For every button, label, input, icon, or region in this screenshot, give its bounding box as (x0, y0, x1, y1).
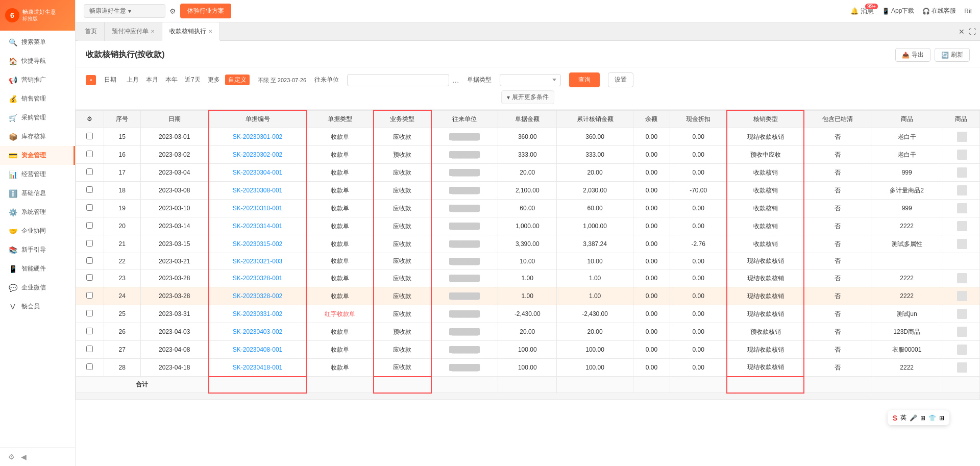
row-docno: SK-20230408-001 (209, 341, 307, 359)
row-biztype: 应收款 (374, 359, 431, 377)
sidebar-item-member[interactable]: V 畅会员 (0, 297, 75, 316)
tab-close-receipt-verify[interactable]: ✕ (208, 29, 212, 34)
gear-icon[interactable]: ⚙ (169, 7, 176, 15)
export-button[interactable]: 📤 导出 (895, 48, 930, 62)
table-row: 27 2023-04-08 SK-20230408-001 收款单 应收款 ██… (76, 341, 980, 359)
row-checkbox[interactable] (76, 323, 104, 341)
counterparty-input[interactable] (347, 74, 449, 86)
basic-icon: ℹ️ (8, 189, 17, 198)
marketing-icon: 📢 (8, 76, 17, 84)
sidebar-item-system[interactable]: ⚙️ 系统管理 (0, 203, 75, 222)
row-no: 15 (104, 128, 140, 146)
microphone-icon[interactable]: 🎤 (910, 414, 917, 422)
sidebar-item-shortcut[interactable]: 🏠 快捷导航 (0, 52, 75, 70)
row-checkbox[interactable] (76, 253, 104, 269)
doc-no-link[interactable]: SK-20230308-001 (233, 187, 282, 194)
grid-icon[interactable]: ⊞ (939, 414, 944, 422)
sidebar-item-marketing[interactable]: 📢 营销推广 (0, 70, 75, 89)
sidebar-item-basic[interactable]: ℹ️ 基础信息 (0, 184, 75, 203)
row-doctype: 收款单 (306, 287, 374, 305)
row-docno: SK-20230403-002 (209, 323, 307, 341)
last-7days-btn[interactable]: 近7天 (183, 75, 203, 85)
row-checkbox[interactable] (76, 217, 104, 235)
row-checkbox[interactable] (76, 287, 104, 305)
doc-no-link[interactable]: SK-20230328-002 (233, 292, 282, 300)
doc-no-link[interactable]: SK-20230314-001 (233, 223, 282, 230)
more-icon[interactable]: ... (452, 76, 459, 85)
shirt-icon[interactable]: 👕 (928, 414, 936, 422)
sidebar-item-guide[interactable]: 📚 新手引导 (0, 240, 75, 259)
row-checkbox[interactable] (76, 182, 104, 200)
doc-no-link[interactable]: SK-20230331-002 (233, 310, 282, 317)
online-service-button[interactable]: 🎧 在线客服 (922, 7, 956, 15)
doc-no-link[interactable]: SK-20230328-001 (233, 275, 282, 282)
keyboard-icon[interactable]: ⊞ (920, 414, 925, 422)
sidebar-item-hardware[interactable]: 📱 智能硬件 (0, 259, 75, 278)
tab-close-prepay[interactable]: ✕ (151, 29, 155, 34)
doc-no-link[interactable]: SK-20230321-003 (233, 258, 282, 265)
settings-icon[interactable]: ⚙ (8, 453, 15, 461)
sidebar-item-sales[interactable]: 💰 销售管理 (0, 89, 75, 108)
row-date: 2023-03-08 (140, 182, 208, 200)
filter-toggle-button[interactable]: » (86, 75, 96, 85)
doc-no-link[interactable]: SK-20230418-001 (233, 364, 282, 371)
row-doctype: 收款单 (306, 146, 374, 164)
bell-icon: 🔔 (850, 7, 859, 15)
row-checkbox[interactable] (76, 164, 104, 182)
more-date-btn[interactable]: 更多 (206, 75, 222, 85)
this-month-btn[interactable]: 本月 (144, 75, 160, 85)
row-verifytype: 现结收款核销 (727, 269, 804, 287)
watermark-logo: S (893, 414, 897, 422)
sidebar-item-finance[interactable]: 💳 资金管理 (0, 146, 75, 165)
row-checkbox[interactable] (76, 269, 104, 287)
sidebar-label-wechat: 企业微信 (21, 283, 46, 292)
tab-prepay[interactable]: 预付冲应付单✕ (105, 22, 162, 41)
collapse-icon[interactable]: ◀ (21, 453, 27, 461)
row-checkbox[interactable] (76, 359, 104, 377)
doc-no-link[interactable]: SK-20230315-002 (233, 240, 282, 248)
row-checkbox[interactable] (76, 146, 104, 164)
doc-type-select[interactable] (500, 74, 561, 86)
row-no: 19 (104, 200, 140, 217)
doc-no-link[interactable]: SK-20230403-002 (233, 328, 282, 335)
doc-no-link[interactable]: SK-20230304-001 (233, 169, 282, 176)
custom-date-btn[interactable]: 自定义 (225, 75, 250, 85)
filter-settings-button[interactable]: 设置 (608, 72, 633, 87)
doc-no-link[interactable]: SK-20230302-002 (233, 151, 282, 158)
this-year-btn[interactable]: 本年 (163, 75, 180, 85)
col-settings-icon[interactable]: ⚙ (87, 115, 92, 122)
expand-filter-button[interactable]: ▾ 展开更多条件 (501, 90, 554, 104)
close-tab-button[interactable]: ✕ (959, 28, 965, 36)
last-month-btn[interactable]: 上月 (125, 75, 141, 85)
col-balance-header: 余额 (633, 110, 670, 128)
row-counterparty: ██████ (431, 323, 498, 341)
refresh-button[interactable]: 🔄 刷新 (935, 48, 970, 62)
row-cashdiscount: 0.00 (670, 200, 727, 217)
row-checkbox[interactable] (76, 305, 104, 323)
sidebar-item-enterprise[interactable]: 🤝 企业协同 (0, 222, 75, 240)
query-button[interactable]: 查询 (569, 72, 600, 87)
sidebar-item-operations[interactable]: 📊 经营管理 (0, 165, 75, 184)
row-checkbox[interactable] (76, 200, 104, 217)
sidebar-item-purchase[interactable]: 🛒 采购管理 (0, 108, 75, 127)
app-download-button[interactable]: 📱 App下载 (882, 7, 914, 15)
row-checkbox[interactable] (76, 341, 104, 359)
col-gear-header[interactable]: ⚙ (76, 110, 104, 128)
doc-no-link[interactable]: SK-20230310-001 (233, 205, 282, 212)
row-counterparty: ██████ (431, 287, 498, 305)
row-checkbox[interactable] (76, 235, 104, 253)
maximize-tab-button[interactable]: ⛶ (969, 28, 976, 36)
doc-no-link[interactable]: SK-20230301-002 (233, 133, 282, 140)
notification-button[interactable]: 🔔 消息 99+ (850, 7, 874, 16)
row-checkbox[interactable] (76, 128, 104, 146)
sidebar-item-wechat[interactable]: 💬 企业微信 (0, 278, 75, 297)
solution-button[interactable]: 体验行业方案 (180, 4, 231, 18)
tab-home[interactable]: 首页 (78, 22, 105, 41)
row-date: 2023-04-08 (140, 341, 208, 359)
tab-receipt-verify[interactable]: 收款核销执行✕ (162, 22, 220, 41)
sidebar-item-search[interactable]: 🔍 搜索菜单 (0, 33, 75, 52)
doc-no-link[interactable]: SK-20230408-001 (233, 346, 282, 353)
breadcrumb[interactable]: 畅康道好生意 ▾ (84, 4, 165, 18)
horizontal-scrollbar[interactable] (76, 394, 980, 400)
sidebar-item-inventory[interactable]: 📦 库存核算 (0, 127, 75, 146)
